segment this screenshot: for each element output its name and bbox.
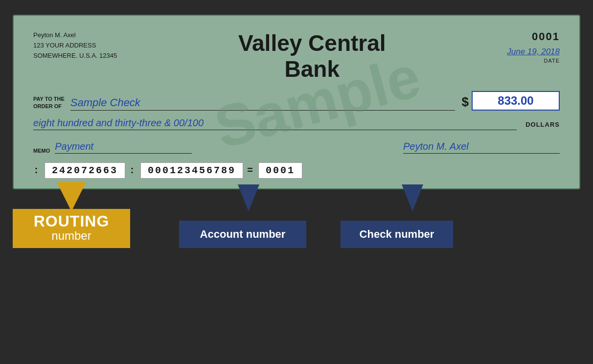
dollars-label: DOLLARS (525, 121, 560, 130)
micr-routing-number: 242072663 (45, 162, 125, 179)
account-number-label: Account number (200, 228, 286, 241)
check-number-display: 0001 (507, 30, 560, 43)
amount-box: 833.00 (472, 91, 560, 111)
signature-value: Peyton M. Axel (403, 141, 469, 152)
bank-name-line2: Bank (238, 56, 386, 82)
written-amount-line: eight hundred and thirty-three & 00/100 (33, 117, 517, 130)
micr-check-number: 0001 (258, 162, 302, 179)
check-arrow-icon (402, 184, 423, 211)
signature-section: Peyton M. Axel (403, 141, 560, 154)
micr-open: : (33, 165, 41, 176)
micr-close: : (129, 165, 137, 176)
bottom-labels-area: ROUTING number Account number Check numb… (13, 189, 580, 248)
routing-label-bottom: number (51, 229, 91, 243)
date-value: June 19, 2018 (507, 47, 560, 57)
check: Sample Peyton M. Axel 123 YOUR ADDRESS S… (13, 15, 580, 189)
micr-sep: = (247, 165, 254, 176)
signature-line: Peyton M. Axel (403, 141, 560, 154)
routing-arrow-icon (57, 182, 86, 211)
routing-label-top: ROUTING (34, 213, 110, 229)
check-top-row: Peyton M. Axel 123 YOUR ADDRESS SOMEWHER… (33, 30, 560, 82)
pay-to-label: PAY TO THEORDER OF (33, 95, 65, 111)
check-number-badge: Check number (341, 221, 453, 248)
dollar-sign: $ (462, 94, 469, 110)
bank-name: Valley Central Bank (238, 30, 386, 82)
owner-info: Peyton M. Axel 123 YOUR ADDRESS SOMEWHER… (33, 30, 117, 61)
written-amount-row: eight hundred and thirty-three & 00/100 … (33, 117, 560, 130)
owner-name: Peyton M. Axel (33, 30, 117, 41)
routing-badge: ROUTING number (13, 209, 130, 248)
date-section: June 19, 2018 DATE (507, 47, 560, 64)
memo-value: Payment (55, 141, 93, 152)
account-number-badge: Account number (179, 221, 306, 248)
memo-line: Payment (55, 141, 192, 154)
micr-row: : 242072663 : 000123456789 = 0001 (33, 162, 560, 179)
address-line2: SOMEWHERE. U.S.A. 12345 (33, 51, 117, 61)
amount-section: $ 833.00 (462, 91, 560, 111)
memo-signature-row: MEMO Payment Peyton M. Axel (33, 141, 560, 154)
check-number-label: Check number (360, 228, 434, 241)
date-label: DATE (544, 58, 560, 64)
pay-to-line: Sample Check (70, 96, 455, 111)
account-arrow-icon (238, 184, 259, 211)
written-amount: eight hundred and thirty-three & 00/100 (33, 117, 204, 128)
payee-name: Sample Check (70, 96, 140, 109)
micr-account-number: 000123456789 (140, 162, 243, 179)
memo-label: MEMO (33, 148, 50, 154)
bank-name-line1: Valley Central (238, 30, 386, 56)
pay-to-row: PAY TO THEORDER OF Sample Check $ 833.00 (33, 91, 560, 111)
check-top-right: 0001 June 19, 2018 DATE (507, 30, 560, 64)
address-line1: 123 YOUR ADDRESS (33, 41, 117, 51)
memo-section: MEMO Payment (33, 141, 192, 154)
